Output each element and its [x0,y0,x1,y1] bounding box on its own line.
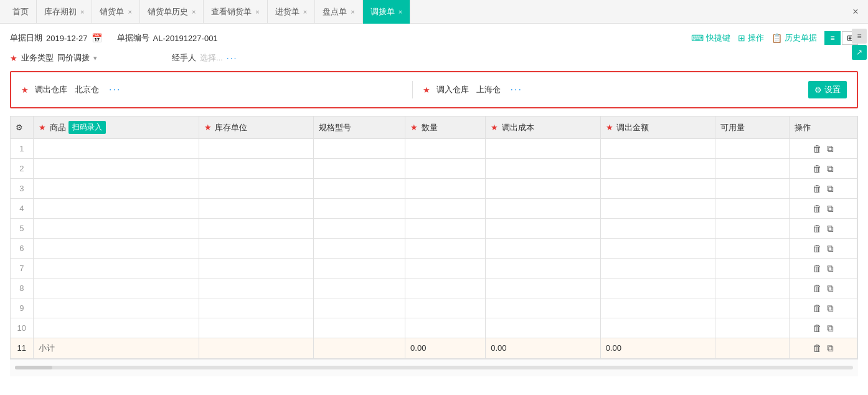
spec-cell[interactable] [314,259,405,278]
transfer-cost-cell[interactable] [486,219,600,239]
copy-row-icon[interactable]: ⧉ [827,143,834,155]
product-cell[interactable] [33,239,199,259]
copy-row-icon[interactable]: ⧉ [827,283,834,294]
transfer-amount-cell[interactable] [600,239,715,259]
tab-home[interactable]: 首页 [5,0,37,24]
th-settings[interactable]: ⚙ [11,117,33,139]
transfer-cost-cell[interactable] [486,318,600,338]
shortcut-button[interactable]: ⌨ 快捷键 [691,32,730,44]
tab-transfer-order[interactable]: 调拨单 × [363,0,410,24]
qty-cell[interactable] [405,219,486,239]
spec-cell[interactable] [314,199,405,219]
copy-row-icon[interactable]: ⧉ [827,263,834,274]
tab-inventory-init-close[interactable]: × [80,8,84,16]
unit-cell[interactable] [199,298,313,318]
transfer-amount-cell[interactable] [600,179,715,199]
tab-purchase-order-close[interactable]: × [303,8,307,16]
sidebar-external-button[interactable]: ↗ [852,45,867,60]
transfer-cost-cell[interactable] [486,159,600,179]
transfer-amount-cell[interactable] [600,298,715,318]
delete-row-icon[interactable]: 🗑 [813,203,822,214]
product-cell[interactable] [33,298,199,318]
transfer-amount-cell[interactable] [600,159,715,179]
tab-view-sales[interactable]: 查看销货单 × [204,0,267,24]
barcode-scan-button[interactable]: 扫码录入 [68,121,106,134]
unit-cell[interactable] [199,179,313,199]
transfer-amount-cell[interactable] [600,259,715,278]
spec-cell[interactable] [314,239,405,259]
tab-inventory-check[interactable]: 盘点单 × [315,0,362,24]
copy-row-icon[interactable]: ⧉ [827,203,834,214]
qty-cell[interactable] [405,318,486,338]
tab-view-sales-close[interactable]: × [255,8,259,16]
scroll-track[interactable] [15,366,853,369]
qty-cell[interactable] [405,179,486,199]
product-cell[interactable] [33,278,199,298]
warehouse-out-more-button[interactable]: ··· [104,84,126,95]
delete-row-icon[interactable]: 🗑 [813,323,822,333]
unit-cell[interactable] [199,199,313,219]
transfer-amount-cell[interactable] [600,219,715,239]
transfer-amount-cell[interactable] [600,318,715,338]
delete-row-icon[interactable]: 🗑 [813,283,822,293]
product-cell[interactable] [33,259,199,278]
transfer-amount-cell[interactable] [600,139,715,159]
copy-row-icon[interactable]: ⧉ [827,323,834,334]
spec-cell[interactable] [314,318,405,338]
product-cell[interactable] [33,219,199,239]
delete-row-icon[interactable]: 🗑 [813,243,822,254]
transfer-cost-cell[interactable] [486,199,600,219]
operations-button[interactable]: ⊞ 操作 [738,32,764,44]
transfer-cost-cell[interactable] [486,239,600,259]
person-input[interactable]: 选择... [200,52,223,64]
history-button[interactable]: 📋 历史单据 [771,32,817,44]
spec-cell[interactable] [314,298,405,318]
unit-cell[interactable] [199,139,313,159]
product-cell[interactable] [33,139,199,159]
qty-cell[interactable] [405,278,486,298]
unit-cell[interactable] [199,278,313,298]
tab-inventory-check-close[interactable]: × [351,8,354,16]
tab-transfer-order-close[interactable]: × [399,8,402,16]
close-all-tabs-button[interactable]: × [848,4,863,19]
copy-row-icon[interactable]: ⧉ [827,163,834,174]
copy-row-icon[interactable]: ⧉ [827,183,834,194]
business-type-select[interactable]: 同价调拨 ▾ [57,52,157,64]
qty-cell[interactable] [405,298,486,318]
qty-cell[interactable] [405,259,486,278]
delete-row-icon[interactable]: 🗑 [813,343,822,353]
tab-purchase-order[interactable]: 进货单 × [268,0,315,24]
spec-cell[interactable] [314,179,405,199]
qty-cell[interactable] [405,199,486,219]
spec-cell[interactable] [314,219,405,239]
spec-cell[interactable] [314,278,405,298]
delete-row-icon[interactable]: 🗑 [813,223,822,234]
transfer-cost-cell[interactable] [486,298,600,318]
transfer-cost-cell[interactable] [486,179,600,199]
qty-cell[interactable] [405,139,486,159]
delete-row-icon[interactable]: 🗑 [813,263,822,274]
qty-cell[interactable] [405,239,486,259]
settings-button[interactable]: ⚙ 设置 [808,81,847,98]
product-cell[interactable] [33,179,199,199]
copy-row-icon[interactable]: ⧉ [827,223,834,234]
tab-sales-history[interactable]: 销货单历史 × [140,0,204,24]
copy-row-icon[interactable]: ⧉ [827,303,834,314]
unit-cell[interactable] [199,318,313,338]
spec-cell[interactable] [314,139,405,159]
unit-cell[interactable] [199,219,313,239]
tab-sales-order[interactable]: 销货单 × [92,0,139,24]
unit-cell[interactable] [199,239,313,259]
unit-cell[interactable] [199,159,313,179]
transfer-amount-cell[interactable] [600,278,715,298]
delete-row-icon[interactable]: 🗑 [813,143,822,154]
sidebar-list-button[interactable]: ≡ [852,29,867,44]
warehouse-in-more-button[interactable]: ··· [506,84,527,95]
tab-inventory-init[interactable]: 库存期初 × [37,0,92,24]
transfer-cost-cell[interactable] [486,278,600,298]
transfer-cost-cell[interactable] [486,259,600,278]
tab-sales-order-close[interactable]: × [128,8,131,16]
copy-row-icon[interactable]: ⧉ [827,343,834,354]
person-more-button[interactable]: ··· [227,53,238,63]
spec-cell[interactable] [314,159,405,179]
